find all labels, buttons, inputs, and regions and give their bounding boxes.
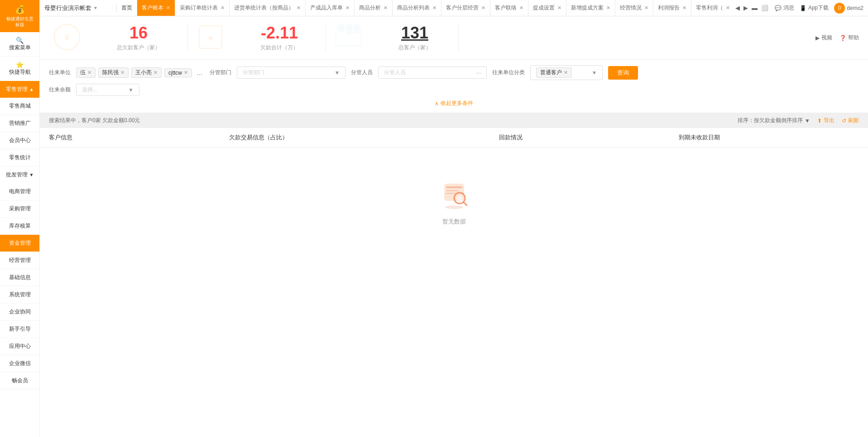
tab-close-customer-seg[interactable]: ✕ — [481, 5, 485, 11]
sidebar: 💰 畅捷通好生意 标版 🔍 搜索菜单 ⭐ 快捷导航 零售管理 ▲ 零售商城 营销… — [0, 0, 40, 437]
topbar-suite-selector[interactable]: 母婴行业演示帐套 ▼ — [44, 4, 117, 12]
tag-close-2[interactable]: ✕ — [120, 70, 125, 76]
collapse-button[interactable]: ∧ 收起更多条件 — [435, 100, 473, 107]
sidebar-item-enterprise[interactable]: 企业协同 — [0, 304, 39, 321]
tab-operations-status[interactable]: 经营情况 ✕ — [615, 0, 653, 16]
tab-close-operations-status[interactable]: ✕ — [644, 5, 648, 11]
tab-close-raise-settings[interactable]: ✕ — [557, 5, 561, 11]
tab-customer-contact[interactable]: 客户联络 ✕ — [490, 0, 528, 16]
query-button[interactable]: 查询 — [608, 66, 638, 80]
play-icon: ▶ — [815, 35, 820, 41]
filter-unit-label: 往来单位 — [49, 69, 71, 76]
filter-tag-1[interactable]: 伍 ✕ — [76, 67, 96, 78]
sidebar-item-basics[interactable]: 基础信息 — [0, 269, 39, 286]
help-button[interactable]: ❓ 帮助 — [839, 34, 859, 42]
tab-retail-profit[interactable]: 零售利润（ ✕ — [691, 0, 734, 16]
sidebar-item-system[interactable]: 系统管理 — [0, 286, 39, 304]
phone-icon: 📱 — [800, 5, 806, 11]
stats-bg-icon-1: ¥ — [53, 24, 81, 51]
tag-close-4[interactable]: ✕ — [184, 70, 188, 76]
tab-purchase-stats[interactable]: 采购订单统计表 ✕ — [175, 0, 230, 16]
filter-balance-select[interactable]: 选择... ▼ — [76, 84, 139, 96]
result-bar: 搜索结果中，客户0家 欠款金额0.00元 排序：按欠款金额倒序排序 ▼ ⬆ 导出… — [40, 113, 868, 128]
tabs-minimize[interactable]: ▬ — [750, 5, 759, 11]
tab-close-goods-analysis-list[interactable]: ✕ — [432, 5, 436, 11]
sidebar-item-marketing[interactable]: 营销推广 — [0, 115, 39, 132]
tab-close-accounts[interactable]: ✕ — [166, 5, 170, 11]
video-button[interactable]: ▶ 视频 — [815, 34, 832, 42]
tab-goods-analysis[interactable]: 商品分析 ✕ — [355, 0, 393, 16]
tab-raise-settings[interactable]: 提成设置 ✕ — [528, 0, 566, 16]
tab-customer-seg[interactable]: 客户分层经营 ✕ — [441, 0, 490, 16]
sidebar-item-vip[interactable]: 畅会员 — [0, 372, 39, 390]
refresh-button[interactable]: ↺ 刷新 — [842, 117, 859, 124]
filter-tag-3[interactable]: 王小亮 ✕ — [131, 67, 162, 78]
sidebar-item-retail[interactable]: 零售管理 ▲ — [0, 81, 39, 98]
stat-label-debt: 欠款合计（万） — [260, 44, 298, 52]
message-button[interactable]: 💬 消息 — [775, 4, 794, 12]
sidebar-item-weixin[interactable]: 企业微信 — [0, 355, 39, 372]
tab-inbound-stats[interactable]: 进货单统计表（按商品） ✕ — [230, 0, 306, 16]
svg-rect-7 — [354, 24, 360, 33]
tab-close-retail-profit[interactable]: ✕ — [726, 5, 730, 11]
tab-new-raise[interactable]: 新增提成方案 ✕ — [566, 0, 615, 16]
stats-bar: ¥ 16 总欠款客户（家） ★ -2.11 欠款合计（万） — [40, 16, 868, 60]
tab-close-profit-report[interactable]: ✕ — [682, 5, 686, 11]
svg-rect-11 — [446, 190, 459, 191]
filter-tags-more[interactable]: ... — [195, 69, 204, 77]
filter-tag-4[interactable]: cjttcw ✕ — [164, 68, 192, 77]
sidebar-item-operations[interactable]: 经营管理 — [0, 252, 39, 269]
sidebar-item-quicknav[interactable]: ⭐ 快捷导航 — [0, 57, 39, 81]
balance-select-arrow-icon: ▼ — [128, 87, 134, 93]
empty-icon — [436, 175, 472, 212]
stat-label-customers: 总欠款客户（家） — [117, 44, 160, 52]
tab-cost-in[interactable]: 产成品入库单 ✕ — [306, 0, 355, 16]
empty-state: 暂无数据 — [40, 147, 868, 253]
tab-close-cost-in[interactable]: ✕ — [345, 5, 350, 11]
tab-close-customer-contact[interactable]: ✕ — [519, 5, 523, 11]
dropdown-arrow-icon: ▼ — [93, 5, 98, 10]
unit-class-tag[interactable]: 普通客户 ✕ — [536, 67, 572, 78]
tab-close-purchase-stats[interactable]: ✕ — [221, 5, 225, 11]
sidebar-item-member[interactable]: 会员中心 — [0, 132, 39, 149]
user-menu[interactable]: D demo2 — [834, 3, 863, 14]
tag-close-3[interactable]: ✕ — [153, 70, 158, 76]
sidebar-item-purchase[interactable]: 采购管理 — [0, 200, 39, 218]
stats-bg-icon-3 — [335, 24, 362, 51]
sort-selector[interactable]: 排序：按欠款金额倒序排序 ▼ — [738, 117, 810, 124]
filter-person-select[interactable]: 分管人员 ··· — [378, 66, 487, 79]
stat-number-customers: 16 — [129, 24, 148, 42]
export-button[interactable]: ⬆ 导出 — [817, 117, 834, 124]
sidebar-item-inventory[interactable]: 库存核算 — [0, 218, 39, 235]
refresh-icon: ↺ — [842, 118, 846, 124]
tab-accounts[interactable]: 客户账本 ✕ — [137, 0, 175, 16]
collapse-icon: ∧ — [435, 100, 439, 107]
tabs-maximize[interactable]: ⬜ — [759, 5, 770, 11]
tabs-scroll-right[interactable]: ▶ — [742, 5, 750, 11]
sidebar-item-finance[interactable]: 资金管理 — [0, 235, 39, 252]
sidebar-item-appcenter[interactable]: 应用中心 — [0, 338, 39, 355]
tab-profit-report[interactable]: 利润报告 ✕ — [653, 0, 691, 16]
unit-class-tag-close[interactable]: ✕ — [564, 70, 568, 76]
tab-goods-analysis-list[interactable]: 商品分析列表 ✕ — [393, 0, 441, 16]
svg-rect-12 — [446, 193, 455, 194]
sidebar-item-newguide[interactable]: 新手引导 — [0, 321, 39, 338]
tabs-scroll-left[interactable]: ◀ — [734, 5, 742, 11]
filter-dept-select[interactable]: 分管部门 ▼ — [237, 66, 345, 79]
tab-home[interactable]: 首页 — [117, 0, 137, 16]
sidebar-item-shop[interactable]: 零售商城 — [0, 98, 39, 115]
tab-close-new-raise[interactable]: ✕ — [606, 5, 610, 11]
tab-close-inbound-stats[interactable]: ✕ — [297, 5, 301, 11]
tab-close-goods-analysis[interactable]: ✕ — [384, 5, 388, 11]
sidebar-item-search[interactable]: 🔍 搜索菜单 — [0, 32, 39, 57]
filter-tag-2[interactable]: 陈民强 ✕ — [98, 67, 129, 78]
app-download-button[interactable]: 📱 App下载 — [800, 4, 829, 12]
sidebar-item-wholesale[interactable]: 批发管理 ▼ — [0, 166, 39, 183]
svg-rect-6 — [347, 24, 352, 35]
filter-unit-class-select[interactable]: 普通客户 ✕ ▼ — [530, 65, 603, 80]
sidebar-item-stats[interactable]: 零售统计 — [0, 149, 39, 166]
sidebar-logo[interactable]: 💰 畅捷通好生意 标版 — [0, 0, 39, 32]
sidebar-item-ecommerce[interactable]: 电商管理 — [0, 183, 39, 200]
stat-label-all: 总客户（家） — [398, 44, 431, 52]
tag-close-1[interactable]: ✕ — [87, 70, 91, 76]
